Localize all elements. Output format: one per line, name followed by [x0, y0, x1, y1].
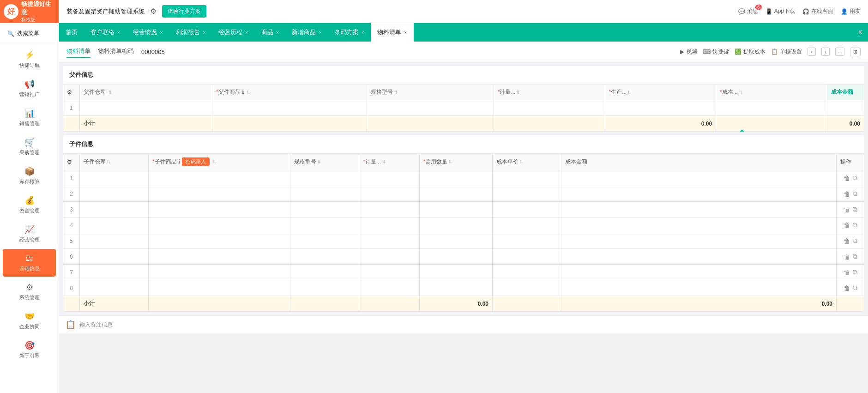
sidebar-item-guide[interactable]: 🎯 新手引导	[3, 336, 56, 364]
next-page-button[interactable]: ›	[821, 48, 830, 56]
tab-new-goods-close[interactable]: ×	[319, 30, 321, 35]
layout-list-button[interactable]: ≡	[835, 48, 844, 56]
child-row-5-unit-cost[interactable]	[493, 233, 561, 249]
sidebar-item-inventory[interactable]: 📦 库存核算	[3, 162, 56, 190]
prev-page-button[interactable]: ‹	[808, 48, 816, 56]
single-settings-action[interactable]: 📋 单据设置	[771, 48, 802, 56]
child-row-7-unit-cost[interactable]	[493, 265, 561, 280]
child-row-2-unit[interactable]	[359, 186, 419, 202]
child-row-5-unit[interactable]	[359, 233, 419, 249]
delete-icon[interactable]: 🗑	[844, 206, 850, 213]
child-row-7-goods[interactable]	[148, 265, 290, 280]
copy-icon[interactable]: ⧉	[853, 268, 857, 276]
child-row-3-unit[interactable]	[359, 202, 419, 218]
sidebar-item-purchase[interactable]: 🛒 采购管理	[3, 133, 56, 161]
delete-icon[interactable]: 🗑	[844, 237, 850, 245]
child-row-3-warehouse[interactable]	[80, 202, 149, 218]
child-row-6-goods[interactable]	[148, 249, 290, 265]
child-row-8-spec[interactable]	[290, 280, 359, 296]
parent-row-1-goods[interactable]	[212, 100, 367, 116]
tab-new-goods[interactable]: 新增商品 ×	[285, 23, 328, 42]
sidebar-item-collab[interactable]: 🤝 企业协同	[3, 307, 56, 335]
sidebar-item-search[interactable]: 🔍 搜索菜单	[4, 27, 55, 40]
delete-icon[interactable]: 🗑	[844, 284, 850, 292]
scan-input-button[interactable]: 扫码录入	[182, 157, 210, 166]
delete-icon[interactable]: 🗑	[844, 190, 850, 198]
tab-bom[interactable]: 物料清单 ×	[371, 23, 413, 42]
sidebar-item-basic-info[interactable]: 🗂 基础信息	[3, 249, 56, 277]
sidebar-item-system[interactable]: ⚙ 系统管理	[3, 278, 56, 306]
global-close-button[interactable]: ×	[853, 28, 868, 36]
tab-operation-history-close[interactable]: ×	[245, 30, 248, 35]
copy-icon[interactable]: ⧉	[853, 237, 857, 245]
copy-icon[interactable]: ⧉	[853, 190, 857, 198]
sort-icon-2[interactable]: ⇅	[247, 90, 250, 95]
child-row-8-unit-cost[interactable]	[493, 280, 561, 296]
child-row-4-qty[interactable]	[419, 218, 492, 233]
tab-operation-status[interactable]: 经营情况 ×	[127, 23, 169, 42]
sidebar-item-sales[interactable]: 📊 销售管理	[3, 103, 56, 132]
child-row-7-qty[interactable]	[419, 265, 492, 280]
tab-barcode[interactable]: 条码方案 ×	[328, 23, 371, 42]
child-row-6-warehouse[interactable]	[80, 249, 149, 265]
delete-icon[interactable]: 🗑	[844, 175, 850, 182]
child-row-1-goods[interactable]	[148, 170, 290, 186]
tab-goods[interactable]: 商品 ×	[255, 23, 285, 42]
child-row-8-unit[interactable]	[359, 280, 419, 296]
child-row-4-unit[interactable]	[359, 218, 419, 233]
shortcut-action[interactable]: ⌨ 快捷键	[703, 48, 729, 56]
message-item[interactable]: 💬 消息 6	[738, 7, 758, 15]
child-row-3-goods[interactable]	[148, 202, 290, 218]
child-row-1-unit-cost[interactable]	[493, 170, 561, 186]
sub-tab-bom[interactable]: 物料清单	[66, 45, 90, 58]
copy-icon[interactable]: ⧉	[853, 174, 857, 182]
tab-profit-report[interactable]: 利润报告 ×	[169, 23, 212, 42]
child-row-2-goods[interactable]	[148, 186, 290, 202]
copy-icon[interactable]: ⧉	[853, 284, 857, 292]
parent-row-1-warehouse[interactable]	[80, 100, 212, 116]
sort-icon[interactable]: ⇅	[108, 90, 112, 95]
parent-th-settings[interactable]: ⚙	[63, 85, 80, 100]
child-row-1-warehouse[interactable]	[80, 170, 149, 186]
trial-button[interactable]: 体验行业方案	[162, 5, 206, 18]
tab-bom-close[interactable]: ×	[404, 30, 407, 35]
tab-customer-close[interactable]: ×	[117, 30, 120, 35]
sub-tab-bom-code[interactable]: 物料清单编码	[98, 45, 134, 58]
parent-row-1-spec[interactable]	[367, 100, 494, 116]
child-row-3-unit-cost[interactable]	[493, 202, 561, 218]
tab-profit-report-close[interactable]: ×	[203, 30, 205, 35]
sidebar-item-operation[interactable]: 📈 经营管理	[3, 220, 56, 248]
extract-cost-action[interactable]: 💹 提取成本	[735, 48, 766, 56]
parent-row-1-unit[interactable]	[494, 100, 605, 116]
copy-icon[interactable]: ⧉	[853, 221, 857, 229]
tab-customer[interactable]: 客户联络 ×	[84, 23, 127, 42]
sidebar-item-finance[interactable]: 💰 资金管理	[3, 191, 56, 219]
online-service-item[interactable]: 🎧 在线客服	[802, 7, 833, 15]
parent-row-1-production[interactable]	[605, 100, 716, 116]
child-th-settings[interactable]: ⚙	[63, 154, 80, 170]
layout-grid-button[interactable]: ⊞	[850, 48, 861, 56]
tab-goods-close[interactable]: ×	[276, 30, 279, 35]
delete-icon[interactable]: 🗑	[844, 269, 850, 276]
child-row-6-spec[interactable]	[290, 249, 359, 265]
child-row-4-warehouse[interactable]	[80, 218, 149, 233]
child-row-1-spec[interactable]	[290, 170, 359, 186]
child-row-7-warehouse[interactable]	[80, 265, 149, 280]
child-row-7-unit[interactable]	[359, 265, 419, 280]
copy-icon[interactable]: ⧉	[853, 253, 857, 260]
child-row-2-unit-cost[interactable]	[493, 186, 561, 202]
settings-gear-icon[interactable]: ⚙	[150, 7, 157, 16]
child-row-6-unit-cost[interactable]	[493, 249, 561, 265]
delete-icon[interactable]: 🗑	[844, 253, 850, 260]
child-row-3-spec[interactable]	[290, 202, 359, 218]
child-row-5-spec[interactable]	[290, 233, 359, 249]
child-row-5-qty[interactable]	[419, 233, 492, 249]
child-row-7-spec[interactable]	[290, 265, 359, 280]
child-row-1-qty[interactable]	[419, 170, 492, 186]
delete-icon[interactable]: 🗑	[844, 222, 850, 229]
child-row-8-goods[interactable]	[148, 280, 290, 296]
child-row-3-qty[interactable]	[419, 202, 492, 218]
child-row-4-unit-cost[interactable]	[493, 218, 561, 233]
child-row-5-warehouse[interactable]	[80, 233, 149, 249]
tab-home[interactable]: 首页	[59, 23, 84, 42]
